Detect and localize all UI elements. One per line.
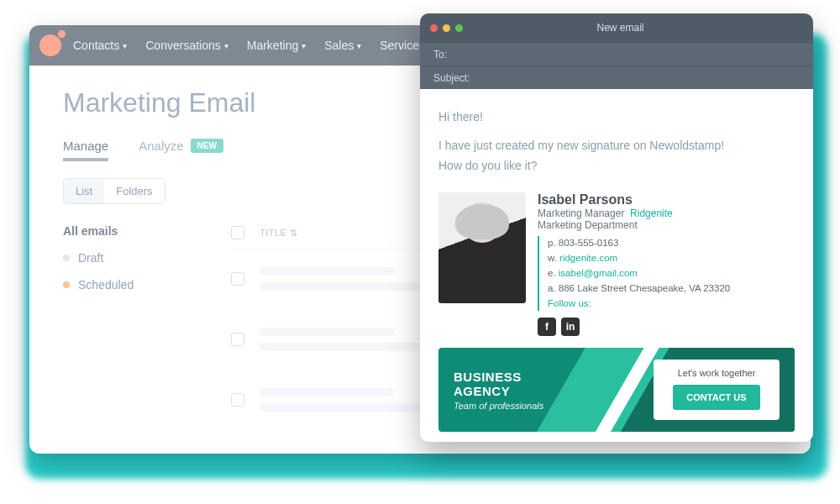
chevron-down-icon: ▾ [357,41,361,50]
email-body[interactable]: Hi there! I have just created my new sig… [420,89,813,187]
facebook-icon[interactable]: f [538,318,556,336]
social-icons: f in [538,318,813,336]
email-signature: Isabel Parsons Marketing Manager Ridgeni… [420,192,813,311]
col-title[interactable]: TITLE ⇅ [260,228,298,239]
status-scheduled[interactable]: Scheduled [63,271,206,298]
banner-caption: Let's work together [664,368,769,378]
view-toggle: List Folders [63,178,165,204]
chevron-down-icon: ▾ [224,41,228,50]
contact-us-button[interactable]: CONTACT US [673,385,759,410]
body-line: How do you like it? [438,156,795,176]
to-field[interactable]: To: [420,42,813,66]
nav-sales[interactable]: Sales▾ [324,39,361,52]
select-all-checkbox[interactable] [231,226,244,239]
hubspot-logo-icon [39,34,61,56]
banner-cta-box: Let's work together CONTACT US [654,360,780,420]
banner-left: BUSINESSAGENCY Team of professionals [454,370,543,411]
new-badge: NEW [191,139,223,153]
sig-details: p. 803-555-0163 w. ridgenite.com e. isab… [538,236,730,311]
row-checkbox[interactable] [231,393,244,407]
view-list-button[interactable]: List [64,179,104,203]
row-checkbox[interactable] [231,272,244,286]
sig-website[interactable]: ridgenite.com [559,253,617,263]
sig-role: Marketing Manager Ridgenite [538,207,730,219]
avatar [438,192,526,303]
nav-marketing[interactable]: Marketing▾ [247,39,306,52]
tab-manage[interactable]: Manage [63,139,108,161]
linkedin-icon[interactable]: in [561,318,580,336]
status-sidebar: All emails Draft Scheduled [63,218,206,298]
dot-icon [63,255,70,261]
body-line: I have just created my new signature on … [438,136,795,156]
banner-title: BUSINESSAGENCY [454,370,543,399]
dot-icon [63,281,70,288]
nav-conversations[interactable]: Conversations▾ [145,39,228,52]
body-line: Hi there! [438,108,795,128]
subject-field[interactable]: Subject: [420,66,813,89]
promo-banner: BUSINESSAGENCY Team of professionals Let… [438,348,795,432]
row-checkbox[interactable] [231,333,244,346]
tab-analyze-label: Analyze [139,139,183,153]
status-draft[interactable]: Draft [63,244,206,271]
sig-name: Isabel Parsons [538,192,730,207]
sig-company[interactable]: Ridgenite [630,207,673,219]
signature-text: Isabel Parsons Marketing Manager Ridgeni… [538,192,730,311]
chevron-down-icon: ▾ [302,41,306,50]
view-folders-button[interactable]: Folders [104,179,164,203]
status-all-emails[interactable]: All emails [63,218,206,244]
email-titlebar: New email [420,13,813,42]
nav-contacts[interactable]: Contacts▾ [73,39,127,52]
chevron-down-icon: ▾ [123,41,127,50]
close-icon[interactable] [430,24,438,32]
follow-us-label: Follow us: [548,297,730,312]
sig-email[interactable]: isabel@gmail.com [559,268,638,278]
banner-subtitle: Team of professionals [454,401,543,411]
email-window-title: New email [438,22,803,34]
sig-dept: Marketing Department [538,219,730,231]
tab-analyze[interactable]: Analyze NEW [139,139,223,161]
email-compose-window: New email To: Subject: Hi there! I have … [420,13,813,442]
